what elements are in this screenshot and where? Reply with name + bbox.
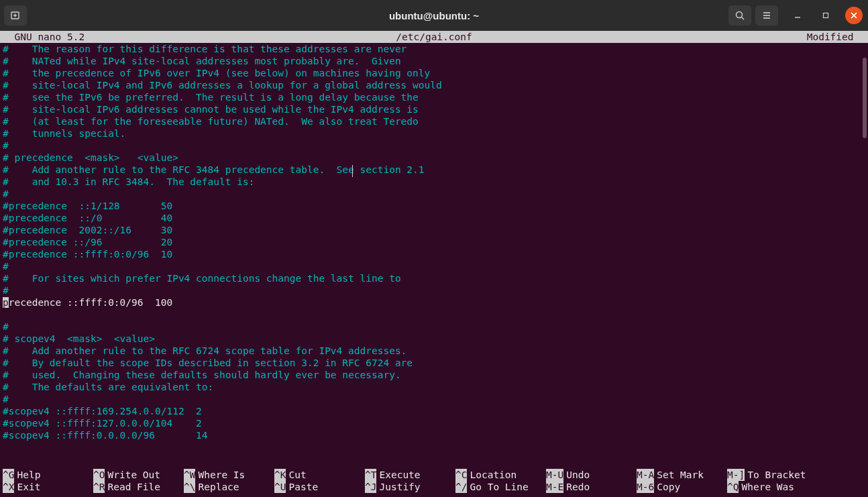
editor-line: #scopev4 ::ffff:127.0.0.0/104 2 [3, 417, 865, 429]
shortcut-key: M-6 [637, 481, 654, 493]
shortcut-key: M-A [637, 469, 654, 481]
shortcut-key: ^G [3, 469, 14, 481]
editor-line: # [3, 140, 865, 152]
shortcut-key: M-E [546, 481, 563, 493]
terminal-scrollbar[interactable] [861, 31, 868, 497]
shortcut-item: ^\Replace [184, 481, 274, 493]
shortcut-item: ^GHelp [3, 469, 93, 481]
shortcut-label: Exit [14, 481, 40, 493]
editor-line: #precedence ::ffff:0:0/96 10 [3, 248, 865, 260]
shortcut-label: Copy [654, 481, 680, 493]
editor-line: #precedence ::/0 40 [3, 212, 865, 224]
editor-line: #precedence 2002::/16 30 [3, 224, 865, 236]
terminal-area[interactable]: GNU nano 5.2 /etc/gai.conf Modified # Th… [0, 31, 868, 497]
shortcut-item: M-UUndo [546, 469, 637, 481]
shortcut-label: To Bracket [745, 469, 806, 481]
shortcut-key: ^J [365, 481, 376, 493]
shortcut-key: ^\ [184, 481, 195, 493]
editor-line: # The reason for this difference is that… [3, 43, 865, 55]
shortcut-item: ^TExecute [365, 469, 455, 481]
shortcut-item: ^/Go To Line [455, 481, 546, 493]
shortcut-label: Undo [563, 469, 590, 481]
editor-line: #scopev4 ::ffff:0.0.0.0/96 14 [3, 429, 865, 441]
shortcut-key: M-U [546, 469, 563, 481]
shortcut-item: ^QWhere Was [727, 481, 818, 493]
editor-line: # and 10.3 in RFC 3484. The default is: [3, 176, 865, 188]
shortcut-label: Go To Line [467, 481, 528, 493]
editor-line: # tunnels special. [3, 127, 865, 140]
shortcut-label: Paste [286, 481, 318, 493]
shortcut-item: M-6Copy [637, 481, 727, 493]
shortcut-item: ^OWrite Out [93, 469, 184, 481]
editor-content[interactable]: # The reason for this difference is that… [0, 43, 868, 441]
editor-line: # used. Changing these defaults should h… [3, 369, 865, 381]
search-button[interactable] [728, 5, 751, 25]
close-button[interactable] [845, 7, 863, 24]
editor-line: # Add another rule to the RFC 6724 scope… [3, 345, 865, 357]
shortcut-label: Write Out [105, 469, 160, 481]
shortcut-key: ^R [93, 481, 105, 493]
shortcut-key: ^/ [455, 481, 467, 493]
editor-line: precedence ::ffff:0:0/96 100 [3, 296, 865, 309]
editor-line: # precedence <mask> <value> [3, 152, 865, 164]
svg-point-3 [737, 12, 743, 18]
cursor-char: p [3, 297, 9, 308]
shortcut-key: M-] [727, 469, 745, 481]
shortcut-label: Justify [376, 481, 420, 493]
shortcut-key: ^Q [727, 481, 739, 493]
new-tab-button[interactable] [4, 5, 27, 25]
shortcut-label: Location [467, 469, 517, 481]
shortcut-item: ^XExit [3, 481, 93, 493]
svg-line-4 [742, 17, 745, 20]
editor-line: # NATed while IPv4 site-local addresses … [3, 55, 865, 67]
shortcut-item: ^JJustify [365, 481, 455, 493]
shortcut-item: ^WWhere Is [184, 469, 274, 481]
editor-line: # [3, 393, 865, 405]
editor-line: #precedence ::/96 20 [3, 236, 865, 248]
svg-rect-9 [824, 13, 828, 18]
editor-line: # [3, 284, 865, 296]
shortcut-key: ^X [3, 481, 14, 493]
shortcut-key: ^T [365, 469, 376, 481]
window-title: ubuntu@ubuntu: ~ [389, 10, 479, 21]
shortcut-item: M-ERedo [546, 481, 637, 493]
scrollbar-thumb[interactable] [863, 58, 867, 138]
hamburger-menu-button[interactable] [755, 5, 778, 25]
shortcut-item: M-ASet Mark [637, 469, 727, 481]
shortcut-label: Replace [195, 481, 239, 493]
shortcut-key: ^O [93, 469, 105, 481]
editor-line [3, 309, 865, 321]
shortcut-key: ^W [184, 469, 195, 481]
editor-line: # (at least for the foreseeable future) … [3, 115, 865, 127]
shortcut-label: Where Was [739, 481, 794, 493]
editor-line: #scopev4 ::ffff:169.254.0.0/112 2 [3, 405, 865, 417]
text-cursor-icon [352, 165, 353, 177]
nano-shortcut-bar: ^GHelp^OWrite Out^WWhere Is^KCut^TExecut… [0, 469, 868, 497]
editor-line: # For sites which prefer IPv4 connection… [3, 272, 865, 284]
editor-line: # By default the scope IDs described in … [3, 357, 865, 369]
shortcut-key: ^C [455, 469, 467, 481]
nano-statusbar: GNU nano 5.2 /etc/gai.conf Modified [0, 31, 868, 43]
shortcut-key: ^U [274, 481, 286, 493]
editor-line: # see the IPv6 be preferred. The result … [3, 91, 865, 103]
editor-line: # [3, 260, 865, 272]
shortcut-label: Help [14, 469, 40, 481]
editor-line: # The defaults are equivalent to: [3, 381, 865, 393]
shortcut-label: Cut [286, 469, 306, 481]
minimize-button[interactable] [789, 7, 806, 24]
editor-line: # scopev4 <mask> <value> [3, 333, 865, 345]
shortcut-label: Execute [376, 469, 420, 481]
shortcut-key: ^K [274, 469, 286, 481]
editor-line: # the precedence of IPv6 over IPv4 (see … [3, 67, 865, 79]
editor-line: # site-local IPv4 and IPv6 addresses a l… [3, 79, 865, 91]
maximize-button[interactable] [817, 7, 834, 24]
shortcut-label: Redo [563, 481, 590, 493]
editor-line: # [3, 321, 865, 333]
shortcut-item: ^UPaste [274, 481, 365, 493]
editor-line: #precedence ::1/128 50 [3, 200, 865, 212]
editor-line: # Add another rule to the RFC 3484 prece… [3, 164, 865, 176]
shortcut-label: Read File [105, 481, 160, 493]
shortcut-item: ^KCut [274, 469, 365, 481]
shortcut-label: Where Is [195, 469, 245, 481]
shortcut-item: M-]To Bracket [727, 469, 818, 481]
